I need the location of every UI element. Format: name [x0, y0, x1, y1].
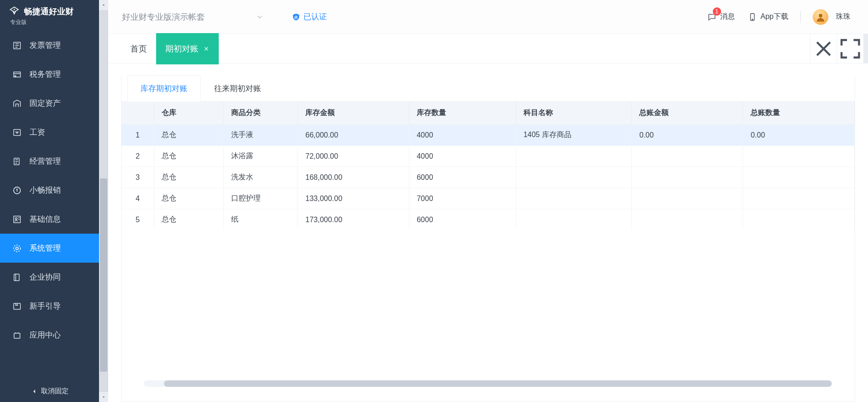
- svg-point-7: [15, 218, 17, 219]
- th-index[interactable]: [122, 102, 154, 125]
- close-icon[interactable]: [203, 46, 210, 52]
- cell-stock-qty: 4000: [409, 146, 516, 167]
- cell-stock-amount: 66,000.00: [298, 125, 409, 146]
- hscroll-track[interactable]: [144, 380, 833, 387]
- card: 库存期初对账 往来期初对账 仓库 商品分类 库存金额 库存数量 科目名称 总账金…: [121, 75, 855, 402]
- invoice-icon: [12, 40, 22, 51]
- tabs-right-actions: [810, 34, 868, 63]
- table-row[interactable]: 1 总仓 洗手液 66,000.00 4000 1405 库存商品 0.00 0…: [122, 125, 855, 146]
- cell-stock-qty: 6000: [409, 209, 516, 230]
- account-select[interactable]: 好业财专业版演示帐套: [122, 11, 264, 23]
- phone-icon: [748, 12, 757, 22]
- sidebar-item-collab[interactable]: 企业协同: [0, 263, 99, 292]
- page-tabs: 首页 期初对账: [108, 34, 868, 63]
- sidebar-scrollbar[interactable]: [99, 0, 108, 402]
- cell-subject: [516, 146, 632, 167]
- cell-ledger-amount: 0.00: [632, 125, 743, 146]
- chevron-down-icon: [256, 13, 264, 21]
- sidebar-item-label: 小畅报销: [29, 185, 61, 195]
- username: 珠珠: [836, 12, 851, 22]
- cell-index: 2: [122, 146, 154, 167]
- svg-point-15: [752, 19, 753, 20]
- sidebar-item-basic[interactable]: 基础信息: [0, 205, 99, 234]
- table-row[interactable]: 2 总仓 沐浴露 72,000.00 4000: [122, 146, 855, 167]
- cell-ledger-qty: [743, 188, 855, 209]
- scroll-down-button[interactable]: [99, 392, 108, 402]
- main: 好业财专业版演示帐套 企 已认证 1 消息 App下载 珠珠 首页 期初对账: [108, 0, 868, 402]
- cell-stock-amount: 72,000.00: [298, 146, 409, 167]
- sidebar-item-business[interactable]: 经营管理: [0, 147, 99, 176]
- cell-warehouse: 总仓: [154, 146, 224, 167]
- arrow-left-icon: [31, 388, 38, 395]
- sidebar-item-salary[interactable]: 工资: [0, 118, 99, 147]
- scroll-up-button[interactable]: [99, 0, 108, 10]
- verified-badge[interactable]: 企 已认证: [291, 11, 327, 22]
- table-header-row: 仓库 商品分类 库存金额 库存数量 科目名称 总账金额 总账数量: [122, 102, 855, 125]
- user-menu[interactable]: 珠珠: [813, 9, 851, 25]
- table-row[interactable]: 4 总仓 口腔护理 133,000.00 7000: [122, 188, 855, 209]
- th-stock-amount[interactable]: 库存金额: [298, 102, 409, 125]
- sidebar-item-invoice[interactable]: 发票管理: [0, 31, 99, 60]
- fullscreen-button[interactable]: [837, 34, 863, 63]
- th-warehouse[interactable]: 仓库: [154, 102, 224, 125]
- sidebar-item-tax[interactable]: 税务管理: [0, 60, 99, 89]
- th-stock-qty[interactable]: 库存数量: [409, 102, 516, 125]
- sidebar-item-label: 固定资产: [29, 98, 61, 109]
- th-ledger-qty[interactable]: 总账数量: [743, 102, 855, 125]
- sidebar-item-asset[interactable]: 固定资产: [0, 89, 99, 118]
- cell-index: 5: [122, 209, 154, 230]
- th-ledger-amount[interactable]: 总账金额: [632, 102, 743, 125]
- th-category[interactable]: 商品分类: [224, 102, 298, 125]
- cell-ledger-qty: [743, 146, 855, 167]
- verified-label: 已认证: [303, 11, 327, 22]
- sub-tab-inventory[interactable]: 库存期初对账: [127, 75, 201, 102]
- collab-icon: [12, 272, 22, 282]
- cell-ledger-qty: [743, 167, 855, 188]
- sub-tab-label: 往来期初对账: [214, 84, 261, 93]
- cell-ledger-amount: [632, 146, 743, 167]
- cell-warehouse: 总仓: [154, 125, 224, 146]
- basic-icon: [12, 214, 22, 224]
- scrollbar-thumb[interactable]: [100, 178, 107, 372]
- app-download-button[interactable]: App下载: [748, 12, 788, 22]
- table-row[interactable]: 5 总仓 纸 173,000.00 6000: [122, 209, 855, 230]
- hscroll-thumb[interactable]: [164, 380, 832, 387]
- table-row[interactable]: 3 总仓 洗发水 168,000.00 6000: [122, 167, 855, 188]
- sub-tab-receivable[interactable]: 往来期初对账: [201, 75, 274, 102]
- close-all-button[interactable]: [810, 34, 837, 63]
- cell-subject: [516, 188, 632, 209]
- cell-ledger-qty: [743, 209, 855, 230]
- horizontal-scrollbar[interactable]: [122, 379, 855, 388]
- sidebar-item-system[interactable]: 系统管理: [0, 234, 99, 263]
- tab-home[interactable]: 首页: [121, 33, 156, 64]
- cell-stock-qty: 7000: [409, 188, 516, 209]
- tab-opening-reconcile[interactable]: 期初对账: [156, 33, 219, 64]
- sidebar-nav: 发票管理 税务管理 固定资产 工资 经营管理 小畅报销 基础信息 系统管理: [0, 31, 99, 380]
- account-name: 好业财专业版演示帐套: [122, 11, 205, 23]
- reconcile-table: 仓库 商品分类 库存金额 库存数量 科目名称 总账金额 总账数量 1 总仓: [122, 102, 855, 230]
- brand-title: 畅捷通好业财: [24, 6, 74, 17]
- cell-stock-qty: 4000: [409, 125, 516, 146]
- brand: 畅捷通好业财: [0, 0, 99, 18]
- business-icon: [12, 156, 22, 167]
- cell-stock-amount: 173,000.00: [298, 209, 409, 230]
- sidebar-item-expense[interactable]: 小畅报销: [0, 176, 99, 205]
- sidebar-item-label: 经营管理: [29, 156, 61, 167]
- cell-ledger-qty: 0.00: [743, 125, 855, 146]
- sidebar: 畅捷通好业财 专业版 发票管理 税务管理 固定资产 工资 经营管理 小畅报销: [0, 0, 99, 402]
- cell-category: 口腔护理: [224, 188, 298, 209]
- svg-rect-10: [14, 274, 19, 281]
- th-subject[interactable]: 科目名称: [516, 102, 632, 125]
- sidebar-item-label: 企业协同: [29, 272, 61, 282]
- sidebar-item-guide[interactable]: 新手引导: [0, 292, 99, 321]
- unpin-button[interactable]: 取消固定: [0, 380, 99, 402]
- cell-ledger-amount: [632, 188, 743, 209]
- cell-category: 洗发水: [224, 167, 298, 188]
- cell-warehouse: 总仓: [154, 209, 224, 230]
- message-button[interactable]: 1 消息: [707, 12, 735, 22]
- unpin-label: 取消固定: [41, 387, 69, 396]
- cell-stock-qty: 6000: [409, 167, 516, 188]
- svg-point-0: [14, 9, 15, 10]
- sidebar-item-apps[interactable]: 应用中心: [0, 321, 99, 350]
- cell-category: 纸: [224, 209, 298, 230]
